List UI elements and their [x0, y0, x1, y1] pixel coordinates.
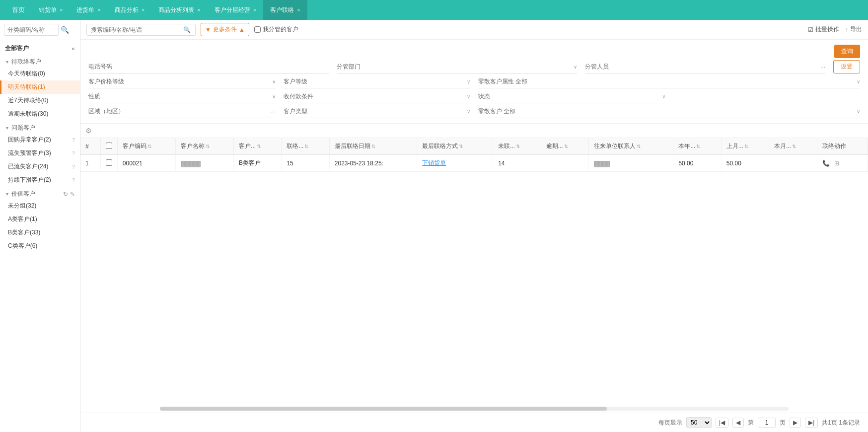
- refresh-icon[interactable]: ↻: [63, 191, 68, 198]
- horizontal-scrollbar-thumb[interactable]: [160, 407, 607, 411]
- export-btn[interactable]: ↑ 导出: [845, 25, 862, 34]
- search-icon[interactable]: 🔍: [183, 26, 191, 33]
- col-last-method[interactable]: 最后联络方式⇅: [417, 138, 493, 155]
- price-level-dropdown-icon[interactable]: ∨: [272, 79, 276, 84]
- phone-input[interactable]: [121, 64, 329, 71]
- select-all-checkbox[interactable]: [106, 143, 112, 149]
- person-more-icon[interactable]: ···: [820, 64, 825, 71]
- sidebar-item-churned[interactable]: 已流失客户(24) ?: [0, 160, 80, 173]
- filter-customer-level[interactable]: 客户等级 ∨: [284, 77, 471, 88]
- filter-more-btn[interactable]: ▼ 更多条件 ▲: [201, 23, 249, 36]
- filter-price-level[interactable]: 客户价格等级 ∨: [88, 77, 276, 88]
- cell-name[interactable]: ▓▓▓▓▓: [175, 155, 233, 172]
- col-name[interactable]: 客户名称⇅: [175, 138, 233, 155]
- close-customer-segment-icon[interactable]: ×: [253, 7, 256, 13]
- settings-button[interactable]: 设置: [833, 60, 860, 73]
- horizontal-scrollbar[interactable]: [160, 407, 789, 411]
- scatter-customer-dropdown-icon[interactable]: ∨: [857, 109, 860, 114]
- sidebar-item-declining[interactable]: 持续下滑客户(2) ?: [0, 173, 80, 187]
- sidebar-item-c-class[interactable]: C类客户(6): [0, 239, 80, 253]
- row-checkbox[interactable]: [106, 159, 112, 166]
- search-input[interactable]: [91, 26, 180, 33]
- filter-status[interactable]: 状态 ∨: [478, 92, 665, 103]
- sidebar-item-today-contact[interactable]: 今天待联络(0): [0, 67, 80, 80]
- payment-dropdown-icon[interactable]: ∨: [467, 94, 470, 99]
- sidebar-item-tomorrow-contact[interactable]: 明天待联络(1): [0, 80, 80, 94]
- close-purchase-order-icon[interactable]: ×: [97, 7, 100, 13]
- col-this-year[interactable]: 本年...⇅: [673, 138, 721, 155]
- sidebar-item-b-class[interactable]: B类客户(33): [0, 226, 80, 239]
- close-customer-contact-icon[interactable]: ×: [297, 7, 300, 13]
- nav-purchase-order[interactable]: 进货单 ×: [70, 0, 107, 20]
- nav-home[interactable]: 首页: [5, 0, 32, 20]
- scatter-attr-dropdown-icon[interactable]: ∨: [857, 79, 860, 84]
- col-code[interactable]: 客户编码⇅: [117, 138, 175, 155]
- next-page-btn[interactable]: ▶: [790, 418, 801, 428]
- filter-payment[interactable]: 收付款条件 ∨: [284, 92, 471, 103]
- cell-actions[interactable]: 📞 ⊞: [817, 155, 868, 172]
- col-action: 联络动作: [817, 138, 868, 155]
- prev-page-btn[interactable]: ◀: [732, 418, 744, 428]
- filter-customer-type[interactable]: 客户类型 ∨: [284, 107, 471, 118]
- nav-product-analysis-list[interactable]: 商品分析列表 ×: [151, 0, 207, 20]
- close-sales-order-icon[interactable]: ×: [60, 7, 63, 13]
- query-button[interactable]: 查询: [834, 45, 860, 58]
- nature-dropdown-icon[interactable]: ∨: [272, 94, 276, 99]
- edit-icon[interactable]: ✎: [70, 191, 75, 198]
- filter-region[interactable]: 区域（地区） ···: [88, 107, 276, 118]
- close-product-analysis-icon[interactable]: ×: [142, 7, 145, 13]
- nav-customer-segment[interactable]: 客户分层经营 ×: [208, 0, 263, 20]
- sidebar-item-7day-contact[interactable]: 近7天待联络(0): [0, 94, 80, 107]
- region-more-icon[interactable]: ···: [270, 108, 275, 115]
- help-icon-churned: ?: [72, 164, 75, 170]
- customer-type-dropdown-icon[interactable]: ∨: [467, 109, 470, 114]
- col-checkbox[interactable]: [100, 138, 117, 155]
- my-customers-checkbox[interactable]: [254, 26, 261, 33]
- per-page-select[interactable]: 50 100 200: [686, 417, 712, 428]
- sidebar-item-churn-warning[interactable]: 流失预警客户(3) ?: [0, 146, 80, 160]
- batch-op-btn[interactable]: ☑ 批量操作: [808, 25, 839, 34]
- action-grid-icon[interactable]: ⊞: [834, 160, 839, 167]
- dept-dropdown-icon[interactable]: ∨: [574, 64, 577, 70]
- page-input[interactable]: [758, 418, 776, 428]
- col-contact-person[interactable]: 往来单位联系人⇅: [588, 138, 673, 155]
- col-unlinked[interactable]: 未联...⇅: [493, 138, 541, 155]
- close-product-list-icon[interactable]: ×: [197, 7, 200, 13]
- filter-scatter-attr[interactable]: 零散客户属性 全部 ∨: [478, 77, 860, 88]
- filter-nature[interactable]: 性质 ∨: [88, 92, 276, 103]
- col-last-date[interactable]: 最后联络日期⇅: [329, 138, 417, 155]
- my-customers-checkbox-wrap[interactable]: 我分管的客户: [254, 25, 298, 34]
- action-phone-icon[interactable]: 📞: [822, 160, 830, 167]
- filter-person[interactable]: 分管人员 ···: [585, 63, 825, 73]
- column-settings-icon[interactable]: ⚙: [85, 127, 92, 135]
- nav-product-analysis[interactable]: 商品分析 ×: [108, 0, 151, 20]
- customer-level-dropdown-icon[interactable]: ∨: [467, 79, 470, 84]
- sidebar-search-input[interactable]: [4, 24, 59, 36]
- col-overdue[interactable]: 逾期...⇅: [541, 138, 588, 155]
- collapse-icon[interactable]: «: [72, 45, 75, 52]
- group-label-value[interactable]: ▼ 价值客户 ↻ ✎: [0, 187, 80, 199]
- sidebar-item-repurchase-anomaly[interactable]: 回购异常客户(2) ?: [0, 133, 80, 146]
- col-last-month[interactable]: 上月...⇅: [721, 138, 769, 155]
- group-label-problem[interactable]: 问题客户: [0, 121, 80, 133]
- nav-sales-order[interactable]: 销货单 ×: [32, 0, 70, 20]
- last-page-btn[interactable]: ▶|: [805, 418, 818, 428]
- sidebar-search-icon[interactable]: 🔍: [61, 26, 69, 34]
- col-contact[interactable]: 联络...⇅: [282, 138, 329, 155]
- col-type[interactable]: 客户...⇅: [234, 138, 282, 155]
- sidebar-item-ungrouped[interactable]: 未分组(32): [0, 199, 80, 213]
- nav-customer-contact[interactable]: 客户联络 ×: [263, 0, 307, 20]
- col-this-month[interactable]: 本月...⇅: [769, 138, 817, 155]
- filter-phone[interactable]: 电话号码: [88, 63, 329, 73]
- cell-checkbox[interactable]: [100, 155, 117, 172]
- first-page-btn[interactable]: |◀: [716, 418, 728, 428]
- group-label-pending[interactable]: 待联络客户: [0, 55, 80, 67]
- status-dropdown-icon[interactable]: ∨: [662, 94, 665, 99]
- all-customers-header[interactable]: 全部客户 «: [0, 40, 80, 55]
- filter-dept[interactable]: 分管部门 ∨: [337, 63, 577, 73]
- sidebar-item-overdue-contact[interactable]: 逾期未联络(30): [0, 107, 80, 121]
- cell-last-method[interactable]: 下销货单: [417, 155, 493, 172]
- sidebar-item-a-class[interactable]: A类客户(1): [0, 213, 80, 226]
- filter-scatter-customer[interactable]: 零散客户 全部 ∨: [478, 107, 860, 118]
- search-input-wrap[interactable]: 🔍: [86, 24, 196, 36]
